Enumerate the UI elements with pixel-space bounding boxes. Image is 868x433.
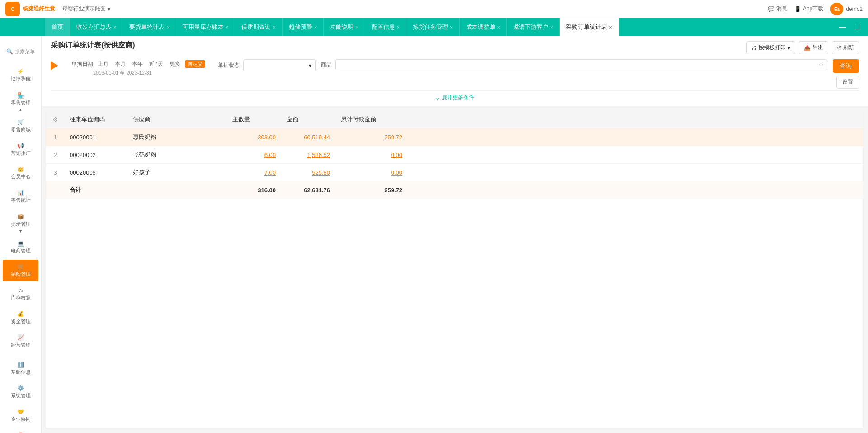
export-label: 导出 — [812, 44, 823, 52]
message-action[interactable]: 💬 消息 — [768, 5, 787, 13]
shortcut-7days[interactable]: 近7天 — [147, 59, 165, 69]
sidebar-inventory-label: 库存核算 — [11, 295, 31, 301]
sidebar-item-marketing[interactable]: 📢 营销推广 — [3, 138, 38, 160]
tab-pick-task[interactable]: 拣货任务管理 × — [406, 18, 459, 36]
more-icon[interactable]: ··· — [819, 62, 823, 68]
close-icon[interactable]: × — [450, 24, 453, 30]
mall-icon: 🛒 — [17, 119, 24, 125]
sidebar-retail-label: 零售管理 — [11, 100, 31, 106]
filter-toggle[interactable] — [51, 61, 61, 70]
sidebar-item-basic[interactable]: ℹ️ 基础信息 — [3, 357, 38, 379]
refresh-icon: ↺ — [837, 45, 841, 51]
qty-link[interactable]: 303.00 — [258, 134, 276, 141]
workspace-selector[interactable]: 母婴行业演示账套 ▾ — [59, 3, 114, 14]
tab-quality[interactable]: 保质期查询 × — [235, 18, 282, 36]
tab-label: 拣货任务管理 — [413, 23, 448, 31]
tab-label: 要货单统计表 — [129, 23, 165, 31]
paid-link[interactable]: 0.00 — [391, 169, 402, 176]
refresh-label: 刷新 — [843, 44, 854, 52]
refresh-button[interactable]: ↺ 刷新 — [832, 41, 859, 54]
print-button[interactable]: 🖨 按模板打印 ▾ — [746, 41, 795, 54]
footer-paid: 259.72 — [335, 181, 408, 199]
tab-invite-downstream[interactable]: 邀请下游客户 × — [507, 18, 560, 36]
print-icon: 🖨 — [751, 45, 757, 51]
chevron-down-icon: ⌄ — [435, 95, 440, 101]
qty-link[interactable]: 7.00 — [264, 169, 276, 176]
sidebar-item-retail[interactable]: 🏪 零售管理 ▲ — [3, 91, 38, 113]
sidebar-item-newbie[interactable]: 🎯 新手引导 — [3, 428, 38, 433]
close-icon[interactable]: × — [609, 24, 612, 30]
paid-link[interactable]: 259.72 — [384, 134, 402, 141]
status-select[interactable]: ▾ — [243, 59, 316, 71]
settings-icon[interactable]: ⚙ — [52, 116, 58, 123]
close-icon[interactable]: × — [273, 24, 275, 30]
retail-stat-icon: 📊 — [17, 190, 24, 196]
export-button[interactable]: 📤 导出 — [799, 41, 828, 54]
table-header-row: ⚙ 往来单位编码 供应商 主数量 金额 累计付款金额 — [46, 111, 863, 128]
tab-config[interactable]: 配置信息 × — [365, 18, 406, 36]
export-icon: 📤 — [804, 45, 811, 51]
amount-link[interactable]: 1,586.52 — [307, 152, 330, 158]
close-icon[interactable]: × — [550, 24, 553, 30]
row-index: 1 — [46, 128, 64, 146]
tab-order-stat[interactable]: 要货单统计表 × — [123, 18, 176, 36]
finance-icon: 💰 — [17, 311, 24, 317]
user-area[interactable]: Ea demo2 — [830, 3, 863, 15]
sidebar-item-mall[interactable]: 🛒 零售商城 — [3, 115, 38, 137]
row-amount: 60,519.44 — [281, 128, 335, 146]
shortcut-this-month[interactable]: 本月 — [113, 59, 127, 69]
close-icon[interactable]: × — [355, 24, 358, 30]
date-filter-label: 单据日期 — [71, 60, 93, 68]
tab-home[interactable]: 首页 — [45, 18, 70, 36]
tab-function[interactable]: 功能说明 × — [324, 18, 365, 36]
sidebar-item-wholesale[interactable]: 📦 批发管理 ▼ — [3, 213, 38, 234]
settings-button[interactable]: 设置 — [836, 76, 859, 89]
sidebar-item-search[interactable]: 🔍 搜索菜单 — [3, 41, 38, 62]
sidebar-item-ecommerce[interactable]: 💻 电商管理 — [3, 236, 38, 258]
sidebar-item-finance[interactable]: 💰 资金管理 — [3, 307, 38, 328]
maximize-icon[interactable]: □ — [852, 22, 863, 33]
row-amount: 1,586.52 — [281, 146, 335, 164]
sidebar-item-system[interactable]: ⚙️ 系统管理 — [3, 381, 38, 403]
chevron-down-icon: ▼ — [19, 229, 23, 233]
close-icon[interactable]: × — [497, 24, 500, 30]
goods-input[interactable]: ··· — [335, 59, 827, 70]
amount-link[interactable]: 525.80 — [312, 169, 330, 176]
print-label: 按模板打印 — [759, 44, 786, 52]
sidebar-item-purchase[interactable]: 🛒 采购管理 — [3, 260, 38, 281]
tab-available-stock[interactable]: 可用量库存账本 × — [176, 18, 235, 36]
tab-receive-send[interactable]: 收发存汇总表 × — [70, 18, 123, 36]
tab-overstock[interactable]: 超储预警 × — [283, 18, 324, 36]
page-title: 采购订单统计表(按供应商) — [51, 41, 135, 50]
query-button[interactable]: 查询 — [833, 59, 859, 73]
tab-purchase-stat[interactable]: 采购订单统计表 × — [560, 18, 618, 36]
shortcut-this-year[interactable]: 本年 — [130, 59, 145, 69]
amount-link[interactable]: 60,519.44 — [304, 134, 330, 141]
header-actions: 🖨 按模板打印 ▾ 📤 导出 ↺ 刷新 — [746, 41, 859, 54]
shortcut-last-month[interactable]: 上月 — [96, 59, 110, 69]
th-settings: ⚙ — [46, 111, 64, 128]
sidebar-wholesale-label: 批发管理 — [11, 221, 31, 227]
close-icon[interactable]: × — [226, 24, 228, 30]
close-icon[interactable]: × — [166, 24, 169, 30]
minimize-icon[interactable]: — — [837, 22, 848, 33]
sidebar-item-inventory[interactable]: 🗂 库存核算 — [3, 283, 38, 305]
app-download-action[interactable]: 📱 App下载 — [794, 5, 823, 13]
sidebar-item-quicknav[interactable]: ⚡ 快捷导航 — [3, 64, 38, 86]
close-icon[interactable]: × — [113, 24, 116, 30]
sidebar-item-retail-stat[interactable]: 📊 零售统计 — [3, 186, 38, 207]
sidebar-mall-label: 零售商城 — [11, 127, 31, 133]
paid-link[interactable]: 0.00 — [391, 152, 402, 158]
tab-cost-adjust[interactable]: 成本调整单 × — [460, 18, 507, 36]
row-amount: 525.80 — [281, 164, 335, 181]
sidebar-item-member[interactable]: 👑 会员中心 — [3, 162, 38, 184]
th-qty: 主数量 — [227, 111, 281, 128]
sidebar-item-operation[interactable]: 📈 经营管理 — [3, 330, 38, 352]
expand-button[interactable]: ⌄ 展开更多条件 — [435, 94, 474, 101]
close-icon[interactable]: × — [397, 24, 400, 30]
close-icon[interactable]: × — [314, 24, 317, 30]
qty-link[interactable]: 6.00 — [264, 152, 276, 158]
sidebar-item-collab[interactable]: 🤝 企业协同 — [3, 404, 38, 426]
shortcut-more[interactable]: 更多 — [168, 59, 182, 69]
collab-icon: 🤝 — [17, 409, 24, 415]
